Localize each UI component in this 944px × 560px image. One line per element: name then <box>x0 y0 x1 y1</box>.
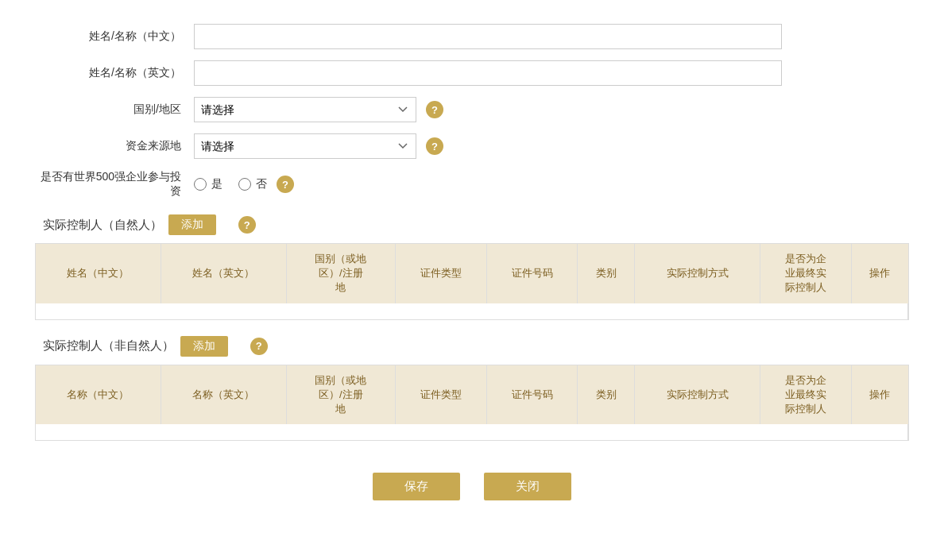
section1-col-name-cn: 姓名（中文） <box>36 244 161 303</box>
section2-help-text: ? <box>256 340 262 352</box>
page-container: 姓名/名称（中文） 姓名/名称（英文） 国别/地区 请选择 ? 资金来源地 请选… <box>35 24 909 524</box>
section2-col-name-cn: 名称（中文） <box>36 365 161 425</box>
section1-title: 实际控制人（自然人） <box>43 218 162 233</box>
fund-source-help-text: ? <box>431 141 438 153</box>
radio-yes-option[interactable]: 是 <box>194 177 222 191</box>
section1-help-text: ? <box>244 219 250 231</box>
section1-col-control-method: 实际控制方式 <box>635 244 760 303</box>
section1-help-icon[interactable]: ? <box>238 216 256 234</box>
radio-yes-label: 是 <box>211 177 222 191</box>
section2-col-final-controller: 是否为企业最终实际控制人 <box>760 365 852 425</box>
name-en-row: 姓名/名称（英文） <box>35 60 909 86</box>
section2-title: 实际控制人（非自然人） <box>43 338 174 353</box>
bottom-buttons: 保存 关闭 <box>35 473 909 524</box>
radio-no-input[interactable] <box>238 178 251 191</box>
section1-header: 实际控制人（自然人） 添加 ? <box>35 214 909 235</box>
section2-col-country: 国别（或地区）/注册地 <box>287 365 396 425</box>
section2-col-name-en: 名称（英文） <box>161 365 286 425</box>
world500-help-icon[interactable]: ? <box>277 176 294 193</box>
fund-source-help-icon[interactable]: ? <box>426 137 443 155</box>
section2-add-button[interactable]: 添加 <box>180 336 228 357</box>
country-row: 国别/地区 请选择 ? <box>35 97 909 122</box>
section2-header: 实际控制人（非自然人） 添加 ? <box>35 336 909 357</box>
name-en-input[interactable] <box>194 60 782 86</box>
section1-col-cert-type: 证件类型 <box>395 244 486 303</box>
name-en-label: 姓名/名称（英文） <box>35 66 194 80</box>
section1-col-cert-no: 证件号码 <box>486 244 578 303</box>
section2-table: 名称（中文） 名称（英文） 国别（或地区）/注册地 证件类型 证件号码 类别 实… <box>36 365 908 441</box>
section2-col-cert-type: 证件类型 <box>395 365 486 425</box>
section2-col-operation: 操作 <box>852 365 908 425</box>
radio-yes-input[interactable] <box>194 178 207 191</box>
fund-source-label: 资金来源地 <box>35 139 194 153</box>
country-help-icon[interactable]: ? <box>426 101 443 118</box>
fund-source-select[interactable]: 请选择 <box>194 133 416 159</box>
section1-col-operation: 操作 <box>852 244 908 303</box>
section1-empty-row <box>36 303 908 319</box>
section2-col-control-method: 实际控制方式 <box>635 365 760 425</box>
section1-col-category: 类别 <box>578 244 635 303</box>
country-label: 国别/地区 <box>35 102 194 117</box>
fund-source-row: 资金来源地 请选择 ? <box>35 133 909 159</box>
country-help-text: ? <box>431 104 438 116</box>
section1-table-wrapper: 姓名（中文） 姓名（英文） 国别（或地区）/注册地 证件类型 证件号码 类别 实… <box>35 243 909 320</box>
section1-col-country: 国别（或地区）/注册地 <box>287 244 396 303</box>
section2-table-wrapper: 名称（中文） 名称（英文） 国别（或地区）/注册地 证件类型 证件号码 类别 实… <box>35 365 909 442</box>
country-select[interactable]: 请选择 <box>194 97 416 122</box>
name-cn-label: 姓名/名称（中文） <box>35 29 194 44</box>
section2-col-cert-no: 证件号码 <box>486 365 578 425</box>
name-cn-row: 姓名/名称（中文） <box>35 24 909 49</box>
world500-label: 是否有世界500强企业参与投资 <box>35 170 194 199</box>
world500-radio-group: 是 否 <box>194 177 267 191</box>
form-section: 姓名/名称（中文） 姓名/名称（英文） 国别/地区 请选择 ? 资金来源地 请选… <box>35 24 909 199</box>
radio-no-label: 否 <box>256 177 267 191</box>
section1-table: 姓名（中文） 姓名（英文） 国别（或地区）/注册地 证件类型 证件号码 类别 实… <box>36 244 908 319</box>
save-button[interactable]: 保存 <box>373 473 460 500</box>
section1-add-button[interactable]: 添加 <box>168 214 216 235</box>
world500-row: 是否有世界500强企业参与投资 是 否 ? <box>35 170 909 199</box>
section2-help-icon[interactable]: ? <box>250 338 268 355</box>
world500-help-text: ? <box>282 179 288 191</box>
section2-col-category: 类别 <box>578 365 635 425</box>
close-button[interactable]: 关闭 <box>484 473 571 500</box>
section2-empty-row <box>36 424 908 440</box>
name-cn-input[interactable] <box>194 24 782 49</box>
section1-col-name-en: 姓名（英文） <box>161 244 286 303</box>
section2-table-header-row: 名称（中文） 名称（英文） 国别（或地区）/注册地 证件类型 证件号码 类别 实… <box>36 365 908 425</box>
section1-table-header-row: 姓名（中文） 姓名（英文） 国别（或地区）/注册地 证件类型 证件号码 类别 实… <box>36 244 908 303</box>
section1-col-final-controller: 是否为企业最终实际控制人 <box>760 244 852 303</box>
radio-no-option[interactable]: 否 <box>238 177 267 191</box>
